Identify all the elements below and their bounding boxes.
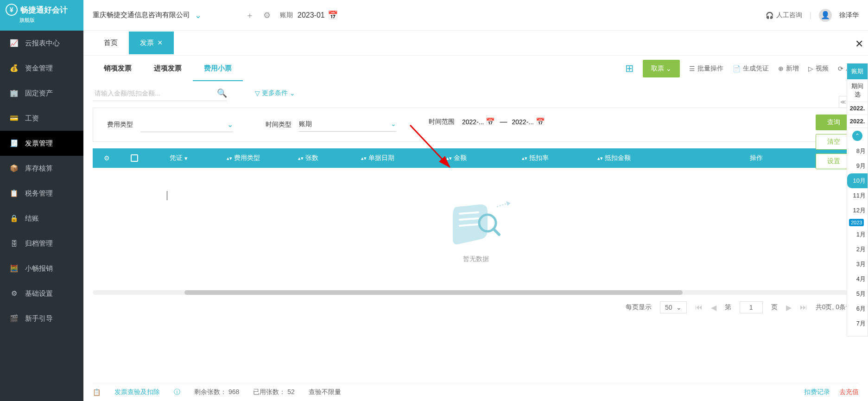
th-label: 抵扣金额	[605, 154, 631, 162]
sidebar-item-invoice[interactable]: 🧾 发票管理	[0, 131, 83, 156]
th-count[interactable]: ▴▾ 张数	[278, 154, 338, 162]
period-month[interactable]: 9月	[847, 159, 868, 173]
period-y1[interactable]: 2022.	[847, 102, 868, 115]
prev-page[interactable]: ◀	[711, 303, 716, 312]
sidebar-item-assets[interactable]: 🏢 固定资产	[0, 81, 83, 106]
th-label: 单据日期	[368, 154, 394, 162]
search-input[interactable]	[93, 86, 217, 101]
sidebar-item-guide[interactable]: 🎬 新手引导	[0, 306, 83, 331]
subtab-expense[interactable]: 费用小票	[193, 57, 243, 81]
verify-icon: 📋	[93, 388, 101, 396]
scrollbar-thumb[interactable]	[184, 290, 682, 295]
add-label: 新增	[786, 64, 799, 73]
sidebar-item-funds[interactable]: 💰 资金管理	[0, 56, 83, 81]
video-label: 视频	[816, 64, 829, 73]
per-page-label: 每页显示	[626, 303, 652, 312]
last-page[interactable]: ⏭	[800, 303, 807, 312]
date-to-input[interactable]: 2022-... 📅	[512, 117, 545, 126]
record-link[interactable]: 扣费记录	[804, 388, 830, 396]
sidebar-item-settings[interactable]: ⚙ 基础设置	[0, 281, 83, 306]
sidebar-item-inventory[interactable]: 📦 库存核算	[0, 156, 83, 181]
expense-type-select[interactable]: ⌄	[140, 117, 233, 132]
sidebar-label: 基础设置	[25, 289, 53, 298]
sidebar-item-archive[interactable]: 🗄 归档管理	[0, 231, 83, 256]
search-icon[interactable]: 🔍	[217, 88, 227, 98]
period-month[interactable]: 7月	[847, 316, 868, 331]
sidebar-item-tax[interactable]: 📋 税务管理	[0, 181, 83, 206]
qr-icon[interactable]: ⊞	[625, 63, 634, 75]
period-y2[interactable]: 2022.	[847, 115, 868, 128]
th-type[interactable]: ▴▾ 费用类型	[209, 154, 278, 162]
period-month[interactable]: 11月	[847, 188, 868, 203]
voucher-label: 生成凭证	[743, 64, 769, 73]
company-selector[interactable]: 重庆畅捷交通信息咨询有限公司 ⌄	[93, 10, 241, 20]
th-label: 金额	[454, 154, 467, 162]
wallet-icon: 💳	[9, 114, 19, 123]
close-panel-icon[interactable]: ✕	[855, 38, 863, 50]
collapse-up-icon[interactable]: ⌃	[852, 131, 862, 141]
sidebar-item-close[interactable]: 🔒 结账	[0, 206, 83, 231]
th-date[interactable]: ▴▾ 单据日期	[338, 154, 417, 162]
archive-icon: 🗄	[9, 239, 19, 248]
table-header: ⚙ 凭证 ▾ ▴▾ 费用类型 ▴▾ 张数 ▴▾ 单据日期	[93, 148, 859, 168]
content: 销项发票 进项发票 费用小票 ⊞ 取票 ⌄ ☰ 批量操作 📄 生成凭证	[83, 56, 868, 401]
subtabs-row: 销项发票 进项发票 费用小票 ⊞ 取票 ⌄ ☰ 批量操作 📄 生成凭证	[93, 56, 859, 82]
video-button[interactable]: ▷ 视频	[808, 64, 829, 73]
first-page[interactable]: ⏮	[695, 303, 703, 312]
period-month[interactable]: 8月	[847, 144, 868, 159]
next-page[interactable]: ▶	[786, 303, 792, 312]
recharge-link[interactable]: 去充值	[839, 388, 859, 396]
period-month-active[interactable]: 10月	[847, 173, 868, 188]
money-icon: 💰	[9, 64, 19, 73]
period-month[interactable]: 2月	[847, 242, 868, 257]
period-month[interactable]: 5月	[847, 286, 868, 301]
sidebar-item-salary[interactable]: 💳 工资	[0, 106, 83, 131]
sort-icon: ▴▾	[522, 157, 527, 160]
time-type-select[interactable]: 账期 ⌄	[299, 117, 396, 132]
fetch-button[interactable]: 取票 ⌄	[643, 60, 680, 77]
page-size-select[interactable]: 50 ⌄	[660, 301, 687, 313]
support-button[interactable]: 🎧 人工咨询	[766, 11, 802, 19]
sidebar-item-report[interactable]: 📈 云报表中心	[0, 31, 83, 56]
period-month[interactable]: 6月	[847, 301, 868, 316]
tax-icon: 📋	[9, 189, 19, 198]
th-settings[interactable]: ⚙	[93, 154, 120, 162]
plus-icon[interactable]: ＋	[246, 10, 254, 21]
period-sel[interactable]: 期间选	[847, 79, 868, 102]
period-month[interactable]: 3月	[847, 257, 868, 272]
horizontal-scrollbar[interactable]	[93, 290, 859, 295]
page-suf: 页	[771, 303, 778, 312]
batch-button[interactable]: ☰ 批量操作	[689, 64, 723, 73]
sidebar-item-expense[interactable]: 🧮 小畅报销	[0, 256, 83, 281]
tab-invoice[interactable]: 发票 ×	[129, 32, 174, 54]
sidebar-label: 小畅报销	[25, 264, 53, 273]
period-month[interactable]: 4月	[847, 272, 868, 286]
more-conditions[interactable]: ▽ 更多条件 ⌄	[255, 89, 295, 97]
th-rate[interactable]: ▴▾ 抵扣率	[496, 154, 575, 162]
tab-home[interactable]: 首页	[93, 32, 129, 54]
subtab-purchase[interactable]: 进项发票	[143, 57, 193, 81]
date-from-input[interactable]: 2022-... 📅	[462, 117, 495, 126]
panel-expand[interactable]: ≪	[839, 96, 847, 108]
close-icon[interactable]: ×	[158, 38, 163, 48]
tabs-bar: 首页 发票 × ✕	[83, 31, 868, 56]
calendar-icon[interactable]: 📅	[328, 10, 338, 20]
th-amount[interactable]: ▴▾ 金额	[417, 154, 496, 162]
calendar-icon: 📅	[536, 117, 545, 126]
add-button[interactable]: ⊕ 新增	[778, 64, 799, 73]
th-voucher[interactable]: 凭证 ▾	[148, 154, 209, 162]
th-deduct[interactable]: ▴▾ 抵扣金额	[575, 154, 653, 162]
used-label: 已用张数：	[253, 388, 285, 395]
page-size-value: 50	[665, 304, 672, 311]
subtab-sales[interactable]: 销项发票	[93, 57, 143, 81]
empty-illustration	[444, 193, 508, 248]
period-month[interactable]: 12月	[847, 203, 868, 218]
th-checkbox[interactable]	[120, 154, 148, 162]
avatar[interactable]: 👤	[819, 9, 832, 22]
period-month[interactable]: 1月	[847, 227, 868, 242]
voucher-button[interactable]: 📄 生成凭证	[733, 64, 769, 73]
page-input[interactable]: 1	[740, 301, 763, 313]
cog-icon[interactable]: ⚙	[263, 10, 271, 20]
svg-line-5	[494, 229, 499, 235]
edition-label: 旗舰版	[19, 17, 78, 24]
